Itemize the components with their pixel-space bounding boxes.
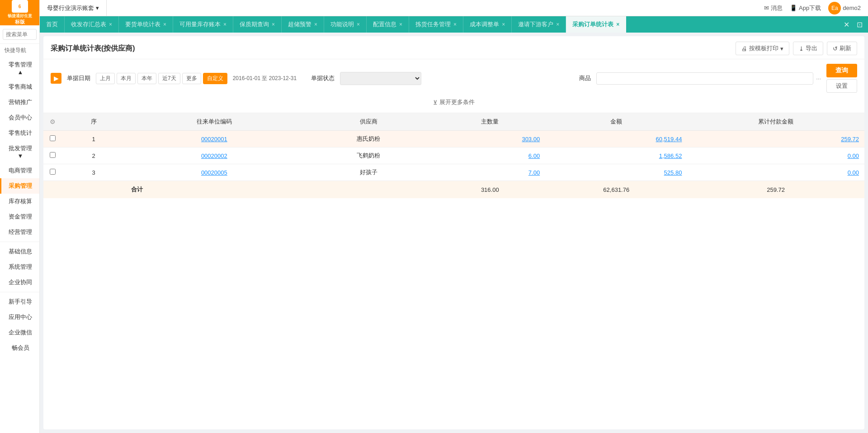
sidebar-item-retail[interactable]: 零售管理 ▲	[0, 57, 39, 79]
refresh-label: 刷新	[840, 44, 851, 52]
sidebar-item-marketing[interactable]: 营销推广	[0, 95, 39, 110]
tab-require-stats-close[interactable]: ×	[163, 21, 166, 28]
tab-expand-btn[interactable]: ⊡	[855, 19, 864, 30]
quick-nav-section[interactable]: 快捷导航	[0, 44, 39, 57]
sidebar-item-retail-shop[interactable]: 零售商城	[0, 79, 39, 95]
user-info[interactable]: Ea demo2	[828, 2, 861, 14]
refresh-btn[interactable]: ↺ 刷新	[827, 42, 857, 55]
settings-btn[interactable]: 设置	[826, 79, 857, 93]
date-btn-7days[interactable]: 近7天	[158, 73, 180, 84]
gear-settings-icon[interactable]: ⚙	[50, 118, 56, 125]
row-index: 1	[61, 131, 126, 148]
table-container: ⚙ 序 往来单位编码 供应商 主数量 金额 累计付款金额 1 00020001	[43, 113, 864, 429]
tab-usable-stock[interactable]: 可用量库存账本 ×	[173, 16, 233, 33]
date-btn-this-month[interactable]: 本月	[117, 73, 136, 84]
expand-more-btn[interactable]: ⊻ 展开更多条件	[51, 96, 857, 108]
sidebar-item-member[interactable]: 会员中心	[0, 110, 39, 125]
sidebar-item-vip[interactable]: 畅会员	[0, 340, 39, 356]
row-quantity[interactable]: 6.00	[434, 148, 545, 164]
row-quantity[interactable]: 7.00	[434, 164, 545, 181]
tab-overstock-close[interactable]: ×	[314, 21, 317, 28]
tab-config-close[interactable]: ×	[399, 21, 402, 28]
tab-invite-downstream-close[interactable]: ×	[556, 21, 559, 28]
app-logo: 6 畅捷通好生意 标版	[0, 0, 39, 25]
row-amount[interactable]: 525.80	[545, 164, 687, 181]
row-code[interactable]: 00020002	[126, 148, 303, 164]
row-code[interactable]: 00020001	[126, 131, 303, 148]
sidebar-item-system[interactable]: 系统管理	[0, 259, 39, 275]
row-amount[interactable]: 60,519.44	[545, 131, 687, 148]
sidebar-item-inventory[interactable]: 库存核算	[0, 194, 39, 209]
sidebar-item-ecommerce[interactable]: 电商管理	[0, 163, 39, 178]
sidebar-item-purchase[interactable]: 采购管理	[0, 178, 39, 194]
tab-func-desc-close[interactable]: ×	[357, 21, 360, 28]
goods-field: ···	[596, 72, 821, 85]
user-name: demo2	[843, 5, 861, 11]
goods-input[interactable]	[596, 72, 813, 85]
footer-paid: 259.72	[687, 181, 864, 199]
account-dropdown[interactable]: 母婴行业演示账套 ▾	[40, 0, 107, 16]
filter-area: ▶ 单据日期 上月 本月 本年 近7天 更多 自定义 2016-01-01 至 …	[43, 59, 864, 113]
tab-expiry[interactable]: 保质期查询 ×	[233, 16, 282, 33]
row-code[interactable]: 00020005	[126, 164, 303, 181]
query-btn[interactable]: 查询	[826, 64, 857, 77]
tab-cost-adjust-label: 成本调整单	[470, 20, 499, 29]
row-paid[interactable]: 259.72	[687, 131, 864, 148]
row-checkbox[interactable]	[50, 152, 56, 158]
tab-require-stats-label: 要货单统计表	[125, 20, 160, 29]
sidebar-item-app-center[interactable]: 应用中心	[0, 309, 39, 325]
tab-expiry-close[interactable]: ×	[272, 21, 275, 28]
filter-toggle-btn[interactable]: ▶	[51, 73, 61, 84]
message-btn[interactable]: ✉ 消息	[764, 4, 783, 12]
avatar: Ea	[828, 2, 841, 14]
sidebar-item-retail-stats[interactable]: 零售统计	[0, 125, 39, 141]
export-btn[interactable]: ⤓ 导出	[793, 42, 823, 55]
app-download-btn[interactable]: 📱 App下载	[790, 4, 821, 12]
row-paid[interactable]: 0.00	[687, 164, 864, 181]
date-filter-label: 单据日期	[67, 74, 90, 82]
goods-more-icon[interactable]: ···	[816, 75, 821, 82]
tab-invite-downstream[interactable]: 邀请下游客户 ×	[512, 16, 566, 33]
col-amount: 金额	[545, 113, 687, 131]
search-input[interactable]	[3, 29, 37, 40]
sidebar-item-operations[interactable]: 经营管理	[0, 224, 39, 240]
tab-cost-adjust[interactable]: 成本调整单 ×	[463, 16, 512, 33]
sidebar-item-finance[interactable]: 资金管理	[0, 209, 39, 224]
status-select[interactable]	[340, 72, 421, 85]
tab-collect-close[interactable]: ×	[109, 21, 112, 28]
tab-func-desc[interactable]: 功能说明 ×	[324, 16, 367, 33]
sidebar-item-guide[interactable]: 新手引导	[0, 294, 39, 309]
row-supplier: 惠氏奶粉	[303, 131, 435, 148]
row-quantity[interactable]: 303.00	[434, 131, 545, 148]
tab-config[interactable]: 配置信息 ×	[367, 16, 409, 33]
tabbar: 首页 收发存汇总表 × 要货单统计表 × 可用量库存账本 × 保质期查询 × 超…	[40, 16, 868, 33]
dropdown-icon: ▾	[96, 5, 99, 11]
tab-collect[interactable]: 收发存汇总表 ×	[65, 16, 119, 33]
tab-cost-adjust-close[interactable]: ×	[502, 21, 505, 28]
tab-close-all-btn[interactable]: ✕	[842, 19, 851, 30]
date-btn-more[interactable]: 更多	[182, 73, 201, 84]
date-btn-this-year[interactable]: 本年	[137, 73, 156, 84]
col-code: 往来单位编码	[126, 113, 303, 131]
row-amount[interactable]: 1,586.52	[545, 148, 687, 164]
sidebar-item-enterprise[interactable]: 企业协同	[0, 275, 39, 290]
sidebar-divider-1	[0, 242, 39, 242]
row-checkbox[interactable]	[50, 169, 56, 175]
tab-purchase-stats-close[interactable]: ×	[616, 21, 619, 28]
row-checkbox[interactable]	[50, 135, 56, 141]
sidebar-item-weixin[interactable]: 企业微信	[0, 325, 39, 340]
tab-usable-stock-close[interactable]: ×	[223, 21, 226, 28]
footer-empty-1	[43, 181, 61, 199]
tab-purchase-stats[interactable]: 采购订单统计表 ×	[566, 16, 626, 33]
row-paid[interactable]: 0.00	[687, 148, 864, 164]
sidebar-item-wholesale[interactable]: 批发管理 ▼	[0, 141, 39, 163]
tab-overstock[interactable]: 超储预警 ×	[282, 16, 324, 33]
date-btn-last-month[interactable]: 上月	[96, 73, 115, 84]
tab-require-stats[interactable]: 要货单统计表 ×	[119, 16, 173, 33]
tab-home[interactable]: 首页	[40, 16, 65, 33]
tab-pick-task-close[interactable]: ×	[453, 21, 457, 28]
template-print-btn[interactable]: 🖨 按模板打印 ▾	[736, 42, 789, 55]
sidebar-item-base-info[interactable]: 基础信息	[0, 244, 39, 259]
tab-pick-task[interactable]: 拣货任务管理 ×	[409, 16, 463, 33]
date-btn-custom[interactable]: 自定义	[203, 73, 227, 84]
